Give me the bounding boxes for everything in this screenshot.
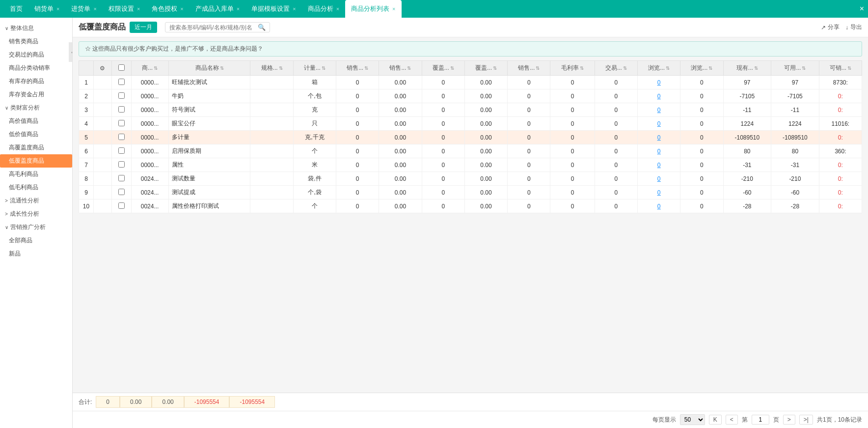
gross-margin-column-header[interactable]: 毛利率⇅ bbox=[550, 61, 595, 76]
sales-count-column-header[interactable]: 销售...⇅ bbox=[336, 61, 379, 76]
nav-products[interactable]: 产成品入库单 × bbox=[190, 0, 245, 18]
last-page-button[interactable]: >| bbox=[799, 415, 813, 425]
sidebar-item-stock-capital[interactable]: 库存资金占用 bbox=[0, 88, 72, 101]
select-all-checkbox[interactable] bbox=[118, 64, 125, 71]
sort-icon: ⇅ bbox=[154, 65, 158, 71]
browse-link[interactable]: 0 bbox=[638, 186, 680, 200]
browse-link[interactable]: 0 bbox=[638, 200, 680, 213]
row-checkbox[interactable] bbox=[111, 158, 131, 172]
prev-page-button[interactable]: < bbox=[726, 415, 738, 425]
period-button[interactable]: 近一月 bbox=[130, 22, 157, 33]
sidebar-item-stock-goods[interactable]: 有库存的商品 bbox=[0, 75, 72, 88]
row-checkbox[interactable] bbox=[111, 131, 131, 144]
sidebar-section-wealth[interactable]: ∨ 类财富分析 bbox=[0, 101, 72, 114]
row-sales-count: 0 bbox=[336, 117, 379, 131]
row-checkbox[interactable] bbox=[111, 89, 131, 103]
search-input[interactable] bbox=[169, 24, 258, 31]
spec-column-header[interactable]: 规格...⇅ bbox=[250, 61, 293, 76]
row-checkbox[interactable] bbox=[111, 144, 131, 158]
table-wrapper[interactable]: ⚙ 商...⇅ 商品名称⇅ 规格...⇅ 计量...⇅ 销售...⇅ 销售...… bbox=[79, 60, 862, 393]
nav-template[interactable]: 单据模板设置 × bbox=[245, 0, 301, 18]
checkbox-column-header[interactable] bbox=[111, 61, 131, 76]
available-column-header[interactable]: 可用...⇅ bbox=[771, 61, 819, 76]
row-checkbox[interactable] bbox=[111, 117, 131, 131]
row-checkbox[interactable] bbox=[111, 172, 131, 186]
sidebar-item-low-value[interactable]: 低价值商品 bbox=[0, 128, 72, 141]
sidebar-section-liquidity[interactable]: > 流通性分析 bbox=[0, 194, 72, 207]
nav-analysis-list[interactable]: 商品分析列表 × bbox=[345, 0, 401, 18]
sales3-column-header[interactable]: 销售...⇅ bbox=[508, 61, 550, 76]
sidebar-section-growth[interactable]: > 成长性分析 bbox=[0, 207, 72, 221]
row-sales-count: 0 bbox=[336, 172, 379, 186]
close-icon[interactable]: × bbox=[93, 6, 96, 12]
sidebar-item-high-profit[interactable]: 高毛利商品 bbox=[0, 168, 72, 181]
row-browse2: 0 bbox=[680, 76, 723, 89]
sidebar-item-all-goods[interactable]: 全部商品 bbox=[0, 234, 72, 247]
browse-link[interactable]: 0 bbox=[638, 144, 680, 158]
row-cover1: 0 bbox=[422, 144, 464, 158]
close-icon[interactable]: × bbox=[237, 6, 240, 12]
page-size-select[interactable]: 50 20 100 bbox=[680, 414, 705, 425]
close-icon[interactable]: × bbox=[180, 6, 183, 12]
close-icon[interactable]: × bbox=[392, 6, 395, 12]
browse2-column-header[interactable]: 浏览...⇅ bbox=[680, 61, 723, 76]
sidebar-item-traded-goods[interactable]: 交易过的商品 bbox=[0, 48, 72, 61]
row-browse2: 0 bbox=[680, 200, 723, 213]
row-checkbox[interactable] bbox=[111, 186, 131, 200]
row-cover1: 0 bbox=[422, 131, 464, 144]
browse-link[interactable]: 0 bbox=[638, 158, 680, 172]
browse-link[interactable]: 0 bbox=[638, 76, 680, 89]
browse-link[interactable]: 0 bbox=[638, 131, 680, 144]
nav-purchase[interactable]: 进货单 × bbox=[65, 0, 102, 18]
row-name: 符号测试 bbox=[168, 103, 250, 117]
browse1-column-header[interactable]: 浏览...⇅ bbox=[638, 61, 680, 76]
cover1-column-header[interactable]: 覆盖...⇅ bbox=[422, 61, 464, 76]
row-sales-amt: 0.00 bbox=[379, 131, 422, 144]
close-icon[interactable]: × bbox=[336, 6, 339, 12]
settings-column-header[interactable]: ⚙ bbox=[94, 61, 112, 76]
sidebar-item-new-goods[interactable]: 新品 bbox=[0, 247, 72, 260]
sidebar-collapse-button[interactable]: « bbox=[69, 42, 73, 62]
row-trade: 0 bbox=[595, 172, 637, 186]
sales-amt-column-header[interactable]: 销售...⇅ bbox=[379, 61, 422, 76]
sidebar-section-overall[interactable]: ∨ 整体信息 bbox=[0, 22, 72, 35]
sidebar-item-high-value[interactable]: 高价值商品 bbox=[0, 114, 72, 128]
unit-column-header[interactable]: 计量...⇅ bbox=[293, 61, 336, 76]
current-column-header[interactable]: 现有...⇅ bbox=[723, 61, 771, 76]
row-checkbox[interactable] bbox=[111, 76, 131, 89]
browse-link[interactable]: 0 bbox=[638, 103, 680, 117]
nav-roles[interactable]: 角色授权 × bbox=[146, 0, 189, 18]
close-icon[interactable]: × bbox=[137, 6, 140, 12]
main-layout: « ∨ 整体信息 销售类商品 交易过的商品 商品分类动销率 有库存的商品 库存资… bbox=[0, 18, 868, 428]
browse-link[interactable]: 0 bbox=[638, 89, 680, 103]
sidebar-item-high-coverage[interactable]: 高覆盖度商品 bbox=[0, 141, 72, 154]
row-checkbox[interactable] bbox=[111, 200, 131, 213]
nav-analysis[interactable]: 商品分析 × bbox=[302, 0, 345, 18]
share-button[interactable]: ↗ 分享 bbox=[821, 23, 840, 31]
close-icon[interactable]: × bbox=[56, 6, 59, 12]
sidebar-item-low-coverage[interactable]: 低覆盖度商品 bbox=[0, 154, 72, 168]
saleable-column-header[interactable]: 可销...⇅ bbox=[819, 61, 862, 76]
trade-column-header[interactable]: 交易...⇅ bbox=[595, 61, 637, 76]
nav-permissions[interactable]: 权限设置 × bbox=[103, 0, 146, 18]
next-page-button[interactable]: > bbox=[783, 415, 795, 425]
cover2-column-header[interactable]: 覆盖...⇅ bbox=[464, 61, 507, 76]
window-close-button[interactable]: × bbox=[860, 4, 864, 13]
sidebar-item-low-profit[interactable]: 低毛利商品 bbox=[0, 181, 72, 194]
row-browse2: 0 bbox=[680, 131, 723, 144]
sidebar-item-sales-goods[interactable]: 销售类商品 bbox=[0, 35, 72, 48]
name-column-header[interactable]: 商品名称⇅ bbox=[168, 61, 250, 76]
close-icon[interactable]: × bbox=[293, 6, 296, 12]
sidebar-item-category-rate[interactable]: 商品分类动销率 bbox=[0, 61, 72, 75]
data-table: ⚙ 商...⇅ 商品名称⇅ 规格...⇅ 计量...⇅ 销售...⇅ 销售...… bbox=[79, 60, 862, 213]
browse-link[interactable]: 0 bbox=[638, 117, 680, 131]
sidebar-section-marketing[interactable]: ∨ 营销推广分析 bbox=[0, 221, 72, 234]
export-button[interactable]: ↓ 导出 bbox=[845, 23, 862, 31]
code-column-header[interactable]: 商...⇅ bbox=[131, 61, 168, 76]
first-page-button[interactable]: K bbox=[709, 415, 722, 425]
row-checkbox[interactable] bbox=[111, 103, 131, 117]
nav-home[interactable]: 首页 bbox=[4, 0, 28, 18]
nav-sales[interactable]: 销货单 × bbox=[28, 0, 65, 18]
browse-link[interactable]: 0 bbox=[638, 172, 680, 186]
page-number-input[interactable] bbox=[752, 415, 769, 425]
